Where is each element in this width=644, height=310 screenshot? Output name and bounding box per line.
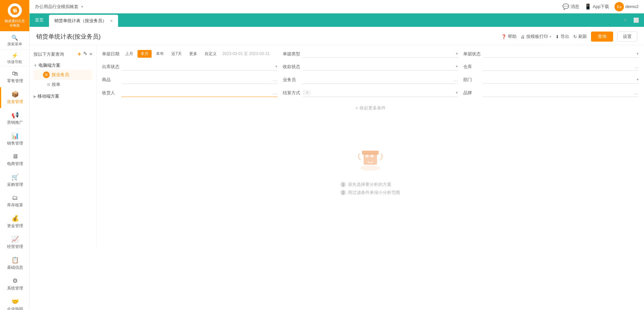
goods-dots[interactable]: … bbox=[273, 77, 277, 82]
template-print-btn[interactable]: 🖨 按模板打印 ▾ bbox=[521, 34, 551, 40]
edit-scheme-btn[interactable]: ✎ bbox=[83, 51, 88, 58]
sidebar-item-operation[interactable]: 📈 经营管理 bbox=[0, 232, 29, 253]
svg-rect-5 bbox=[365, 155, 369, 157]
warehouse-dots[interactable]: … bbox=[634, 64, 639, 69]
header-title-area[interactable]: 办公用品行业模拟账套 ▾ bbox=[35, 4, 83, 10]
help-btn[interactable]: ❓ 帮助 bbox=[501, 34, 517, 40]
sidebar-item-finance[interactable]: 💰 资金管理 bbox=[0, 211, 29, 232]
search-menu-label: 搜索菜单 bbox=[7, 42, 22, 47]
message-icon: 💬 bbox=[562, 3, 569, 10]
marketing-icon: 📢 bbox=[11, 111, 19, 119]
salesman-label: 业务员 bbox=[283, 77, 300, 83]
brand-field: 品牌 … bbox=[463, 89, 639, 97]
main-area: 办公用品行业模拟账套 ▾ 💬 消息 📱 App下载 Ea demo2 首页 bbox=[30, 0, 644, 310]
inventory-icon: 🗂 bbox=[12, 194, 18, 201]
pay-status-select[interactable]: ▾ bbox=[303, 63, 458, 70]
settlement-select[interactable]: × ▾ bbox=[303, 89, 458, 97]
maximize-window-btn[interactable]: ⬜ bbox=[632, 16, 640, 24]
warehouse-select[interactable]: … bbox=[483, 62, 639, 71]
recipient-input[interactable]: … bbox=[121, 89, 277, 97]
date-controls: 上月 本月 本年 近7天 更多 自定义 2023-03-01 至 2023-03… bbox=[122, 50, 277, 58]
ecommerce-icon: 🖥 bbox=[12, 153, 18, 160]
brand-logo[interactable]: 畅 畅捷通好生意 标账版 bbox=[0, 0, 29, 31]
date-btn-7days[interactable]: 近7天 bbox=[168, 50, 185, 58]
filter-row-4: 收货人 … 结算方式 × ▾ bbox=[102, 89, 639, 97]
sidebar-item-ecommerce[interactable]: 🖥 电商管理 bbox=[0, 150, 29, 170]
pay-status-chevron: ▾ bbox=[456, 64, 458, 69]
sidebar-item-wholesale[interactable]: 📦 批发管理 bbox=[0, 87, 29, 108]
tab-sales-stat[interactable]: 销货单统计表（按业务员） × bbox=[49, 15, 118, 27]
sidebar-item-inventory[interactable]: 🗂 库存核算 bbox=[0, 191, 29, 211]
salesman-dots[interactable]: … bbox=[453, 77, 458, 82]
close-window-btn[interactable]: × bbox=[621, 16, 629, 24]
date-range: 2023-03-01 至 2023-03-31 bbox=[222, 51, 270, 57]
doc-status-select[interactable]: ▾ bbox=[483, 50, 639, 58]
goods-select[interactable]: … bbox=[121, 75, 277, 84]
query-btn[interactable]: 查询 bbox=[591, 32, 613, 42]
svg-rect-4 bbox=[362, 151, 379, 155]
date-btn-more[interactable]: 更多 bbox=[186, 50, 200, 58]
collapse-btn[interactable]: ∧ 收起更多条件 bbox=[102, 102, 639, 114]
tab-home[interactable]: 首页 bbox=[30, 17, 49, 23]
quick-nav-btn[interactable]: ⚡ 快捷导航 bbox=[0, 50, 29, 67]
menu-list: 🛍 零售管理 📦 批发管理 📢 营销推广 📊 销售管理 🖥 电商管理 🛒 采购管… bbox=[0, 67, 29, 310]
brand-select[interactable]: … bbox=[483, 89, 639, 97]
settings-btn[interactable]: 设置 bbox=[617, 32, 637, 42]
scheme-by-order[interactable]: ⊞ 按单 bbox=[34, 80, 92, 89]
username-label: demo2 bbox=[625, 4, 639, 9]
retail-icon: 🛍 bbox=[12, 70, 18, 77]
settlement-field: 结算方式 × ▾ bbox=[283, 89, 458, 97]
header-right: 💬 消息 📱 App下载 Ea demo2 bbox=[562, 2, 639, 11]
out-status-select[interactable]: ▾ bbox=[122, 63, 277, 70]
tip-text-2: 用过滤条件来缩小分析范围 bbox=[348, 190, 400, 196]
filter-row-1: 单据日期 上月 本月 本年 近7天 更多 自定义 2023-03-01 至 20… bbox=[102, 50, 639, 58]
date-btn-this-year[interactable]: 本年 bbox=[153, 50, 167, 58]
filter-sidebar-header: 按以下方案查询 + ✎ « bbox=[30, 49, 96, 60]
dept-select[interactable]: ▾ bbox=[483, 76, 639, 84]
salesman-select[interactable]: … bbox=[302, 75, 458, 84]
sidebar-item-basic[interactable]: 📋 基础信息 bbox=[0, 253, 29, 274]
help-label: 帮助 bbox=[508, 34, 517, 40]
search-menu-btn[interactable]: 🔍 搜索菜单 bbox=[0, 31, 29, 50]
sidebar-item-purchase[interactable]: 🛒 采购管理 bbox=[0, 170, 29, 191]
app-icon: 📱 bbox=[585, 3, 591, 10]
settlement-clear-btn[interactable]: × bbox=[306, 90, 309, 95]
empty-state: 1 请先选择要分析的方案 2 用过滤条件来缩小分析范围 bbox=[102, 114, 639, 224]
mobile-scheme-group: ▶ 移动端方案 bbox=[30, 91, 96, 102]
sidebar-item-marketing[interactable]: 📢 营销推广 bbox=[0, 108, 29, 129]
message-btn[interactable]: 💬 消息 bbox=[562, 3, 579, 10]
salesman-scheme-icon: 按 bbox=[43, 71, 50, 78]
date-btn-custom[interactable]: 自定义 bbox=[202, 50, 220, 58]
sidebar-item-sales[interactable]: 📊 销售管理 bbox=[0, 129, 29, 150]
quick-nav-label: 快捷导航 bbox=[7, 59, 22, 64]
doc-type-select[interactable]: ▾ bbox=[303, 50, 458, 58]
brand-dots[interactable]: … bbox=[634, 90, 639, 95]
add-scheme-btn[interactable]: + bbox=[77, 51, 81, 58]
goods-label: 商品 bbox=[102, 77, 119, 83]
filter-sidebar-icons: + ✎ « bbox=[77, 51, 92, 58]
svg-text:畅: 畅 bbox=[12, 8, 17, 13]
tab-close-btn[interactable]: × bbox=[110, 18, 113, 23]
logo-icon: 畅 bbox=[8, 3, 22, 17]
settlement-label: 结算方式 bbox=[283, 90, 300, 96]
scheme-by-salesman[interactable]: 按 按业务员 bbox=[34, 70, 92, 80]
recipient-dots[interactable]: … bbox=[273, 90, 277, 95]
date-btn-this-month[interactable]: 本月 bbox=[138, 50, 152, 58]
settlement-chevron: ▾ bbox=[456, 90, 458, 95]
sidebar-item-system[interactable]: ⚙ 系统管理 bbox=[0, 274, 29, 295]
desktop-group-header[interactable]: ▼ 电脑端方案 bbox=[34, 61, 92, 70]
export-btn[interactable]: ⬇ 导出 bbox=[555, 34, 569, 40]
sidebar-item-retail[interactable]: 🛍 零售管理 bbox=[0, 67, 29, 87]
collapse-scheme-btn[interactable]: « bbox=[90, 51, 92, 58]
mobile-group-label: 移动端方案 bbox=[38, 93, 59, 99]
user-profile-btn[interactable]: Ea demo2 bbox=[614, 2, 639, 11]
app-download-btn[interactable]: 📱 App下载 bbox=[585, 3, 609, 10]
header-title: 办公用品行业模拟账套 bbox=[35, 4, 78, 10]
date-btn-last-month[interactable]: 上月 bbox=[122, 50, 136, 58]
template-print-label: 按模板打印 bbox=[526, 34, 548, 40]
mobile-group-header[interactable]: ▶ 移动端方案 bbox=[34, 92, 92, 101]
order-sub-icon: ⊞ bbox=[47, 82, 50, 87]
refresh-btn[interactable]: ↻ 刷新 bbox=[573, 34, 587, 40]
out-status-field: 出库状态 ▾ bbox=[102, 63, 277, 70]
sidebar-item-enterprise[interactable]: 🤝 企业协同 bbox=[0, 295, 29, 310]
